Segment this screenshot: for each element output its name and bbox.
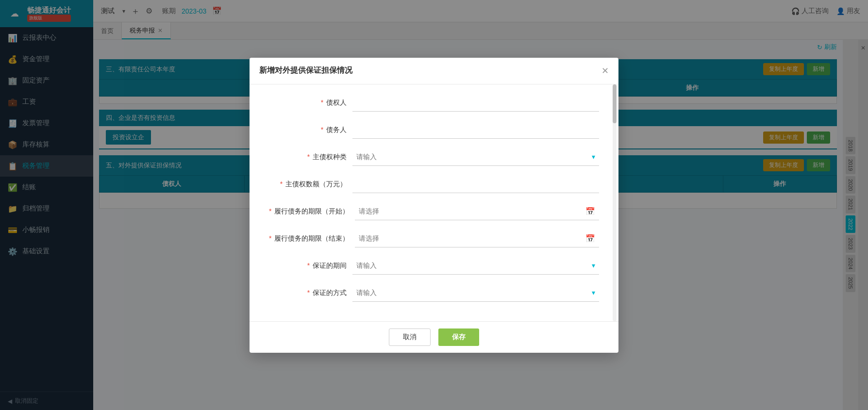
guarantee-period-label-text: 保证的期间 xyxy=(313,262,347,269)
claim-type-label: * 主债权种类 xyxy=(269,153,347,162)
end-date-required: * xyxy=(269,234,271,242)
claim-type-label-text: 主债权种类 xyxy=(313,153,347,161)
modal-header: 新增对外提供保证担保情况 ✕ xyxy=(250,58,618,84)
start-date-wrapper: 📅 xyxy=(355,203,599,220)
claim-type-input[interactable] xyxy=(352,153,592,161)
debtor-label-text: 债务人 xyxy=(326,126,347,133)
form-row-debtor: * 债务人 xyxy=(269,121,599,139)
claim-type-select-wrapper: ▾ xyxy=(352,148,599,166)
end-date-input[interactable] xyxy=(355,234,585,242)
start-date-required: * xyxy=(269,207,271,215)
guarantee-method-label: * 保证的方式 xyxy=(269,289,347,297)
guarantee-method-select-wrapper: ▾ xyxy=(352,284,599,302)
debtor-required: * xyxy=(321,126,323,133)
form-row-guarantee-period: * 保证的期间 ▾ xyxy=(269,257,599,275)
claim-amount-label: * 主债权数额（万元） xyxy=(269,180,347,189)
guarantee-method-required: * xyxy=(307,289,310,296)
modal-close-button[interactable]: ✕ xyxy=(601,66,609,76)
guarantee-period-input[interactable] xyxy=(352,262,592,269)
start-date-label: * 履行债务的期限（开始） xyxy=(269,207,349,216)
modal-footer: 取消 保存 xyxy=(250,321,618,353)
modal-body: * 债权人 * 债务人 * 主债权种类 xyxy=(250,84,618,321)
form-row-guarantee-method: * 保证的方式 ▾ xyxy=(269,284,599,302)
end-date-wrapper: 📅 xyxy=(355,230,599,247)
claim-amount-input[interactable] xyxy=(352,176,599,193)
form-row-claim-amount: * 主债权数额（万元） xyxy=(269,176,599,193)
guarantee-method-label-text: 保证的方式 xyxy=(313,289,347,296)
claim-amount-required: * xyxy=(280,180,283,188)
modal-scrollbar-track xyxy=(613,84,617,321)
guarantee-method-input[interactable] xyxy=(352,289,592,296)
guarantee-method-chevron-icon[interactable]: ▾ xyxy=(592,289,599,296)
end-date-calendar-icon[interactable]: 📅 xyxy=(585,234,599,243)
guarantee-period-chevron-icon[interactable]: ▾ xyxy=(592,262,599,269)
start-date-label-text: 履行债务的期限（开始） xyxy=(274,207,349,215)
claim-amount-label-text: 主债权数额（万元） xyxy=(285,180,347,188)
claim-type-required: * xyxy=(307,153,310,161)
debtor-label: * 债务人 xyxy=(269,126,347,134)
creditor-label: * 债权人 xyxy=(269,98,347,107)
claim-type-chevron-icon[interactable]: ▾ xyxy=(592,153,599,161)
end-date-label-text: 履行债务的期限（结束） xyxy=(274,234,349,242)
guarantee-period-label: * 保证的期间 xyxy=(269,262,347,270)
start-date-input[interactable] xyxy=(355,207,585,215)
modal-cancel-button[interactable]: 取消 xyxy=(389,328,431,346)
modal-save-button[interactable]: 保存 xyxy=(438,328,479,346)
creditor-input[interactable] xyxy=(352,94,599,112)
form-row-start-date: * 履行债务的期限（开始） 📅 xyxy=(269,203,599,220)
creditor-required: * xyxy=(321,98,323,106)
debtor-input[interactable] xyxy=(352,121,599,139)
form-row-claim-type: * 主债权种类 ▾ xyxy=(269,148,599,166)
start-date-calendar-icon[interactable]: 📅 xyxy=(585,207,599,216)
guarantee-period-required: * xyxy=(307,262,310,269)
creditor-label-text: 债权人 xyxy=(326,98,347,106)
guarantee-period-select-wrapper: ▾ xyxy=(352,257,599,275)
end-date-label: * 履行债务的期限（结束） xyxy=(269,234,349,243)
form-row-creditor: * 债权人 xyxy=(269,94,599,112)
form-row-end-date: * 履行债务的期限（结束） 📅 xyxy=(269,230,599,247)
modal-title: 新增对外提供保证担保情况 xyxy=(259,66,352,76)
modal-overlay: 新增对外提供保证担保情况 ✕ * 债权人 * 债务人 xyxy=(0,0,868,410)
modal-dialog: 新增对外提供保证担保情况 ✕ * 债权人 * 债务人 xyxy=(250,58,618,353)
modal-scrollbar-thumb xyxy=(613,84,617,123)
